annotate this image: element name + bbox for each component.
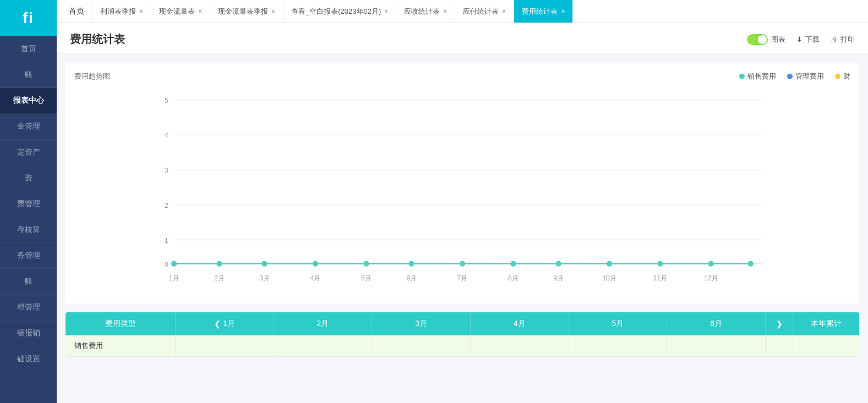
td-m4	[471, 335, 569, 356]
sidebar-item-inventory[interactable]: 存核算	[0, 217, 57, 243]
svg-text:5月: 5月	[361, 274, 372, 282]
svg-text:3月: 3月	[259, 274, 270, 282]
sidebar-item-service[interactable]: 务管理	[0, 243, 57, 269]
sidebar-item-finance[interactable]: 金管理	[0, 114, 57, 140]
svg-point-19	[510, 261, 516, 266]
download-label: 下载	[805, 35, 820, 45]
td-total	[793, 335, 859, 356]
svg-text:8月: 8月	[508, 274, 518, 282]
svg-point-13	[216, 261, 222, 266]
sidebar-item-reports[interactable]: 报表中心	[0, 88, 57, 114]
sidebar-item-archive[interactable]: 档管理	[0, 295, 57, 321]
main-content: 首页 利润表季报 × 现金流量表 × 现金流量表季报 × 查看_空白报表(202…	[57, 0, 868, 403]
sidebar-item-investment[interactable]: 资	[0, 165, 57, 191]
svg-point-12	[171, 261, 177, 266]
page-header: 费用统计表 图表 ⬇ 下载 🖨 打印	[57, 23, 868, 54]
td-m2	[274, 335, 373, 356]
svg-text:5: 5	[165, 97, 168, 104]
th-month5: 5月	[569, 312, 668, 335]
th-nav-left[interactable]: ❮ 1月	[176, 312, 274, 335]
close-tab-payable[interactable]: ×	[502, 8, 506, 15]
close-tab-receivable[interactable]: ×	[443, 8, 447, 15]
chart-legend: 销售费用 管理费用 财	[739, 71, 850, 81]
td-m1	[176, 335, 274, 356]
download-icon: ⬇	[796, 35, 803, 43]
sidebar-item-ledger[interactable]: 账	[0, 269, 57, 295]
chart-section: 费用趋势图 销售费用 管理费用 财	[65, 63, 859, 303]
chart-toggle-label: 图表	[771, 35, 785, 45]
print-label: 打印	[840, 35, 855, 45]
legend-label-sales: 销售费用	[747, 71, 776, 81]
nav-right-arrow[interactable]: ❯	[776, 319, 783, 328]
svg-text:4月: 4月	[310, 274, 321, 282]
svg-text:3: 3	[165, 167, 168, 174]
chart-wrapper: 5 4 3 2 1 0	[74, 86, 850, 295]
sidebar-item-account[interactable]: 账	[0, 62, 57, 88]
chart-toggle[interactable]	[747, 34, 768, 45]
table-section: 费用类型 ❮ 1月 2月 3月 4月 5月	[65, 312, 859, 357]
header-actions: 图表 ⬇ 下载 🖨 打印	[747, 34, 855, 45]
tab-expense[interactable]: 费用统计表 ×	[514, 0, 573, 23]
close-tab-cashflow[interactable]: ×	[198, 8, 202, 15]
svg-text:2月: 2月	[214, 274, 225, 282]
chart-toggle-wrap: 图表	[747, 34, 785, 45]
print-button[interactable]: 🖨 打印	[831, 35, 855, 45]
svg-text:2: 2	[165, 202, 168, 209]
svg-text:1: 1	[165, 237, 168, 245]
tab-profit-quarterly[interactable]: 利润表季报 ×	[92, 0, 151, 23]
sidebar-item-invoice[interactable]: 票管理	[0, 191, 57, 217]
th-month2: 2月	[274, 312, 373, 335]
sidebar-item-assets[interactable]: 定资产	[0, 140, 57, 165]
svg-text:7月: 7月	[457, 274, 468, 282]
line-chart: 5 4 3 2 1 0	[74, 86, 850, 295]
legend-label-finance: 财	[843, 71, 850, 81]
svg-text:4: 4	[165, 131, 168, 139]
legend-label-admin: 管理费用	[795, 71, 824, 81]
svg-text:10月: 10月	[602, 274, 616, 282]
table-header: 费用类型 ❮ 1月 2月 3月 4月 5月	[65, 312, 859, 335]
svg-text:11月: 11月	[653, 274, 668, 282]
svg-text:12月: 12月	[704, 274, 718, 282]
close-tab-profit-quarterly[interactable]: ×	[139, 8, 143, 15]
sidebar-item-reimbursement[interactable]: 畅报销	[0, 321, 57, 346]
svg-point-21	[607, 261, 612, 266]
svg-point-17	[408, 261, 414, 266]
download-button[interactable]: ⬇ 下载	[796, 35, 820, 45]
sidebar-item-home[interactable]: 首页	[0, 36, 57, 62]
tab-receivable[interactable]: 应收统计表 ×	[396, 0, 455, 23]
page-title: 费用统计表	[70, 32, 125, 47]
svg-text:1月: 1月	[169, 274, 179, 282]
td-m3	[372, 335, 471, 356]
close-tab-cashflow-quarterly[interactable]: ×	[271, 8, 275, 15]
logo: fi	[0, 0, 57, 36]
tab-cashflow-quarterly[interactable]: 现金流量表季报 ×	[210, 0, 283, 23]
legend-dot-admin	[787, 74, 793, 79]
th-yearly-total: 本年累计	[793, 312, 859, 335]
th-nav-right[interactable]: ❯	[766, 312, 793, 335]
tab-home[interactable]: 首页	[61, 0, 92, 23]
close-tab-expense[interactable]: ×	[561, 8, 565, 15]
content-area: 费用趋势图 销售费用 管理费用 财	[57, 54, 868, 403]
td-expense-type: 销售费用	[65, 335, 176, 356]
svg-point-18	[460, 261, 465, 266]
svg-point-20	[555, 261, 561, 266]
legend-sales: 销售费用	[739, 71, 776, 81]
legend-dot-finance	[835, 74, 840, 79]
td-m5	[569, 335, 668, 356]
close-tab-blank-report[interactable]: ×	[384, 8, 388, 15]
tab-cashflow[interactable]: 现金流量表 ×	[151, 0, 210, 23]
svg-point-16	[363, 261, 369, 266]
print-icon: 🖨	[831, 35, 838, 43]
chart-title: 费用趋势图	[74, 71, 110, 81]
th-month3: 3月	[372, 312, 471, 335]
sidebar: fi 首页 账 报表中心 金管理 定资产 资 票管理 存核算 务管理 账 档管理…	[0, 0, 57, 403]
svg-point-24	[748, 261, 754, 266]
tab-blank-report[interactable]: 查看_空白报表(2023年02月) ×	[283, 0, 396, 23]
svg-point-22	[657, 261, 663, 266]
tabs-bar: 首页 利润表季报 × 现金流量表 × 现金流量表季报 × 查看_空白报表(202…	[57, 0, 868, 23]
sidebar-item-settings[interactable]: 础设置	[0, 346, 57, 372]
nav-left-arrow[interactable]: ❮	[214, 319, 221, 328]
table-row: 销售费用	[65, 335, 859, 357]
tab-payable[interactable]: 应付统计表 ×	[455, 0, 514, 23]
td-m6	[667, 335, 766, 356]
